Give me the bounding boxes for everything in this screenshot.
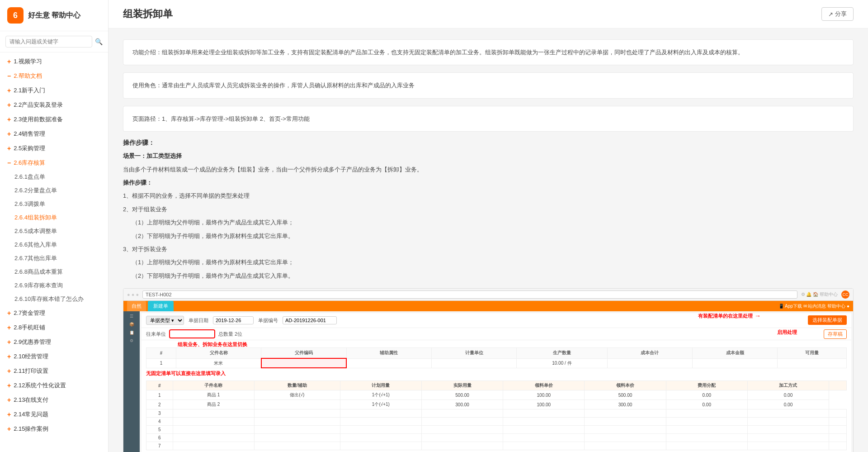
- role-text: 使用角色：通常由生产人员或库管人员完成拆装业务的操作，库管人员确认原材料的出库和…: [132, 82, 415, 89]
- sidebar-item-2-4[interactable]: + 2.4销售管理: [0, 127, 108, 141]
- lower-cell-1-2: [254, 400, 340, 409]
- annotation5-text: 无固定清单可以直接在这里填写录入: [146, 371, 226, 376]
- cell-parent-code: [261, 358, 346, 368]
- mock-tab-new[interactable]: 新建单: [148, 301, 174, 311]
- nav-section: + 1.视频学习− 2.帮助文档+ 2.1新手入门+ 2.2产品安装及登录+ 2…: [0, 52, 108, 438]
- sidebar-item-2-6-10[interactable]: 2.6.10库存账本错了怎么办: [0, 292, 108, 306]
- path-block: 页面路径：1、库存核算->库存管理->组装拆卸单 2、首页->常用功能: [123, 106, 854, 132]
- sub-col-name: 子件名称: [173, 381, 254, 390]
- annotation3-text: 组装业务、拆卸业务在这里切换: [178, 341, 247, 348]
- sidebar-item-2-6-4[interactable]: 2.6.4组装拆卸单: [0, 211, 108, 224]
- sidebar-item-2-6-3[interactable]: 2.6.3调拨单: [0, 197, 108, 211]
- sidebar-item-2-6[interactable]: − 2.6库存核算: [0, 156, 108, 170]
- plus-icon: +: [7, 338, 11, 346]
- sidebar-item-1[interactable]: + 1.视频学习: [0, 54, 108, 69]
- lower-cell-4-4: [422, 426, 503, 434]
- sidebar-item-2-9[interactable]: + 2.9优惠券管理: [0, 335, 108, 349]
- sidebar-item-2-6-5[interactable]: 2.6.5成本调整单: [0, 224, 108, 238]
- sidebar-item-2-6-1[interactable]: 2.6.1盘点单: [0, 170, 108, 184]
- lower-cell-2-7: [666, 409, 747, 418]
- lower-cell-4-1: [173, 426, 254, 434]
- sidebar-item-2-2[interactable]: + 2.2产品安装及登录: [0, 98, 108, 112]
- sub-col-num: #: [146, 381, 173, 390]
- lower-cell-3-3: [340, 418, 421, 426]
- lower-cell-0-1: 商品 1: [173, 390, 254, 400]
- cell-produce-qty: 10.00 / 件: [517, 358, 607, 368]
- lower-cell-5-9: [829, 434, 847, 442]
- sidebar-item-2-14[interactable]: + 2.14常见问题: [0, 407, 108, 422]
- sidebar: 6 好生意 帮助中心 🔍 + 1.视频学习− 2.帮助文档+ 2.1新手入门+ …: [0, 0, 108, 452]
- lower-cell-4-2: [254, 426, 340, 434]
- mock-save-btn[interactable]: 存草稿: [824, 329, 847, 339]
- sidebar-item-2-15[interactable]: + 2.15操作案例: [0, 422, 108, 436]
- mock-nav-icon-1: ☰: [130, 314, 133, 319]
- plus-icon: +: [7, 396, 11, 404]
- lower-cell-4-7: [666, 426, 747, 434]
- annotation1-text: 有装配清单的在这里处理: [698, 313, 753, 319]
- sidebar-item-2-1[interactable]: + 2.1新手入门: [0, 83, 108, 98]
- lower-cell-1-5: 100.00: [503, 400, 585, 409]
- screenshot-inner: ● ● ● TEST-H002 ⚙ 🔔 🏠 帮助中心 CC 自然 新建单 📱 A…: [123, 289, 853, 452]
- sidebar-item-2-6-2[interactable]: 2.6.2分量盘点单: [0, 184, 108, 197]
- cell-cost-total: [607, 358, 692, 368]
- share-button[interactable]: ↗ 分享: [821, 7, 854, 21]
- intro-text: 功能介绍：组装拆卸单用来处理企业组装或拆卸等加工业务，支持有固定装配清单的产品加…: [132, 49, 744, 56]
- lower-cell-6-1: [173, 442, 254, 450]
- col-available: 可用量: [778, 348, 847, 359]
- mock-warehouse-input[interactable]: [170, 330, 215, 338]
- sidebar-item-2-10[interactable]: + 2.10经营管理: [0, 349, 108, 364]
- mock-type-select[interactable]: 单据类型 ▾: [146, 316, 184, 325]
- path-text: 页面路径：1、库存核算->库存管理->组装拆卸单 2、首页->常用功能: [132, 115, 310, 122]
- logo-icon: 6: [7, 7, 24, 24]
- sidebar-item-2-13[interactable]: + 2.13在线支付: [0, 393, 108, 407]
- lower-cell-5-0: 6: [146, 434, 173, 442]
- sidebar-item-2-8[interactable]: + 2.8手机旺铺: [0, 320, 108, 335]
- sidebar-item-2-6-9[interactable]: 2.6.9库存账本查询: [0, 279, 108, 292]
- logo-area: 6 好生意 帮助中心: [0, 0, 108, 31]
- lower-cell-1-1: 商品 2: [173, 400, 254, 409]
- browser-icons: ⚙ 🔔 🏠 帮助中心: [801, 291, 838, 298]
- lower-cell-4-8: [747, 426, 829, 434]
- lower-cell-3-6: [585, 418, 666, 426]
- lower-cell-0-3: 1个(√+1): [340, 390, 421, 400]
- cell-cost-amount: [692, 358, 777, 368]
- mock-date-input[interactable]: [213, 316, 254, 324]
- lower-cell-6-3: [340, 442, 421, 450]
- sidebar-item-2-6-8[interactable]: 2.6.8商品成本重算: [0, 265, 108, 279]
- sub-col-price: 领料单价: [503, 381, 585, 390]
- search-icon[interactable]: 🔍: [95, 38, 103, 45]
- mock-content-area: ☰ 📦 📋 ⚙ 单据类型 ▾ 单据日期: [123, 311, 853, 452]
- lower-cell-2-2: [254, 409, 340, 418]
- lower-table-row: 6: [146, 434, 847, 442]
- main-header: 组装拆卸单 ↗ 分享: [108, 0, 868, 29]
- mock-confirm-btn[interactable]: 选择装配单据: [808, 315, 847, 325]
- plus-icon: +: [7, 87, 11, 94]
- lower-cell-6-9: [829, 442, 847, 450]
- lower-cell-2-0: 3: [146, 409, 173, 418]
- sidebar-item-2-5[interactable]: + 2.5采购管理: [0, 141, 108, 156]
- lower-cell-0-5: 100.00: [503, 390, 585, 400]
- sidebar-item-2-6-7[interactable]: 2.6.7其他出库单: [0, 252, 108, 265]
- search-input[interactable]: [5, 36, 92, 48]
- mock-type-row: 往来单位 总数量 2位 组装业务、拆卸业务在这里切换 启用处理 存草稿: [142, 328, 851, 340]
- lower-cell-6-0: 7: [146, 442, 173, 450]
- lower-cell-3-8: [747, 418, 829, 426]
- lower-cell-6-4: [422, 442, 503, 450]
- plus-icon: +: [7, 382, 11, 389]
- lower-cell-2-4: [422, 409, 503, 418]
- lower-cell-0-8: 0.00: [747, 390, 829, 400]
- mock-num-input[interactable]: [283, 316, 337, 324]
- mock-tab-home[interactable]: 自然: [127, 301, 146, 311]
- sidebar-item-2-6-6[interactable]: 2.6.6其他入库单: [0, 238, 108, 252]
- sidebar-item-2-3[interactable]: + 2.3使用前数据准备: [0, 112, 108, 127]
- sidebar-item-2-11[interactable]: + 2.11打印设置: [0, 364, 108, 378]
- lower-cell-4-6: [585, 426, 666, 434]
- lower-cell-2-1: [173, 409, 254, 418]
- step3: 3、对于拆装业务: [123, 244, 854, 254]
- lower-cell-2-9: [829, 409, 847, 418]
- sidebar-item-2-7[interactable]: + 2.7资金管理: [0, 306, 108, 320]
- sidebar-item-2[interactable]: − 2.帮助文档: [0, 69, 108, 83]
- sidebar-item-2-12[interactable]: + 2.12系统个性化设置: [0, 378, 108, 393]
- lower-cell-2-3: [340, 409, 421, 418]
- col-produce-qty: 生产数量: [517, 348, 607, 359]
